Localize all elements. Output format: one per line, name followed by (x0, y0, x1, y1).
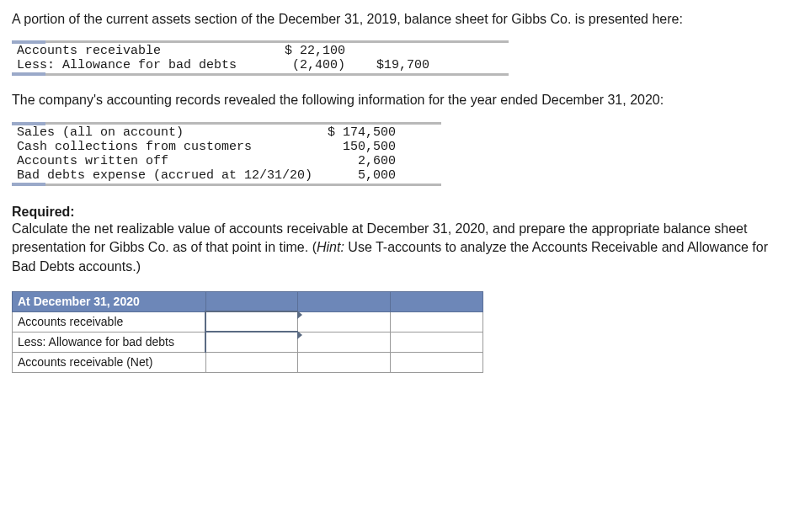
required-heading: Required: (12, 205, 777, 220)
blank-cell (298, 311, 391, 332)
answer-table-header: At December 31, 2020 (13, 291, 206, 311)
row-label: Accounts receivable (13, 311, 206, 332)
allowance-input[interactable] (211, 335, 292, 349)
allowance-input-cell[interactable] (205, 332, 298, 352)
row-value: 150,500 (303, 140, 396, 154)
blank-cell (391, 311, 483, 332)
blank-cell (391, 352, 483, 372)
row-label: Accounts receivable (Net) (13, 352, 206, 372)
table-row: Accounts receivable (Net) (13, 352, 483, 372)
row-value: $ 174,500 (303, 125, 396, 140)
answer-col-blank (298, 291, 391, 311)
row-total (345, 44, 429, 58)
row-total: $19,700 (345, 58, 429, 72)
table-row: Cash collections from customers 150,500 (12, 140, 441, 154)
row-label: Accounts receivable (17, 44, 261, 58)
blank-cell (391, 332, 483, 352)
row-value: 2,600 (303, 154, 396, 168)
blank-cell (298, 352, 391, 372)
balance-sheet-2019-table: Accounts receivable $ 22,100 Less: Allow… (12, 40, 509, 76)
ar-gross-input-cell[interactable] (205, 311, 298, 332)
table-row: Less: Allowance for bad debts (2,400) $1… (12, 58, 509, 72)
row-label: Bad debts expense (accrued at 12/31/20) (17, 168, 303, 183)
accounting-records-table: Sales (all on account) $ 174,500 Cash co… (12, 122, 441, 186)
row-label: Sales (all on account) (17, 125, 303, 140)
intro-text-2: The company's accounting records reveale… (12, 91, 777, 109)
row-label: Less: Allowance for bad debts (13, 332, 206, 352)
table-row: Accounts written off 2,600 (12, 154, 441, 168)
row-value: $ 22,100 (261, 44, 345, 58)
answer-col-blank (205, 291, 298, 311)
row-label: Less: Allowance for bad debts (17, 58, 261, 72)
row-value: (2,400) (261, 58, 345, 72)
table-row: Accounts receivable $ 22,100 (12, 44, 509, 58)
table-row: Accounts receivable (13, 311, 483, 332)
ar-gross-input[interactable] (211, 315, 292, 328)
table-row: Bad debts expense (accrued at 12/31/20) … (12, 168, 441, 183)
table-row: Less: Allowance for bad debts (13, 332, 483, 352)
required-body: Calculate the net realizable value of ac… (12, 220, 777, 276)
answer-table: At December 31, 2020 Accounts receivable… (12, 291, 483, 373)
blank-cell (205, 352, 298, 372)
table-row: Sales (all on account) $ 174,500 (12, 125, 441, 140)
answer-col-blank (391, 291, 483, 311)
intro-text-1: A portion of the current assets section … (12, 10, 777, 29)
hint-label: Hint: (317, 240, 344, 254)
blank-cell (298, 332, 391, 352)
row-value: 5,000 (303, 168, 396, 183)
row-label: Cash collections from customers (17, 140, 303, 154)
row-label: Accounts written off (17, 154, 303, 168)
